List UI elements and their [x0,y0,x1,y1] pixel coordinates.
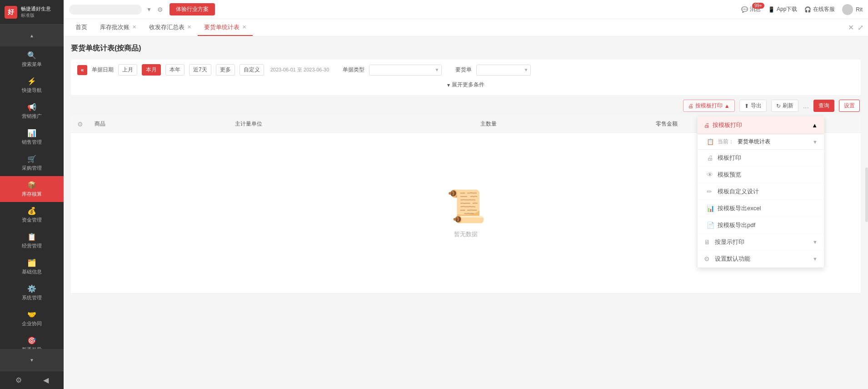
sidebar-item-system[interactable]: ⚙️ 系统管理 [0,280,64,306]
tab-close-all-icon[interactable]: ✕ [848,23,854,32]
date-btn-custom[interactable]: 自定义 [239,64,264,76]
dropdown-item-template-pdf[interactable]: 📄 按模板导出pdf [698,217,824,234]
dropdown-item-template-design[interactable]: ✏ 模板自定义设计 [698,183,824,200]
sidebar-item-guide[interactable]: 🎯 新手引导 [0,332,64,349]
sidebar-item-coop[interactable]: 🤝 企业协同 [0,306,64,332]
filter-row: « 单据日期 上月 本月 本年 近7天 更多 自定义 2023-06-01 至 … [77,64,854,76]
query-btn[interactable]: 查询 [813,100,834,112]
filter-collapse-btn[interactable]: « [77,65,87,75]
print-label: 按模板打印 [695,102,723,110]
tab-home[interactable]: 首页 [69,20,94,36]
sales-icon: 📊 [27,129,36,137]
dropdown-title-area: 🖨 按模板打印 [704,121,742,129]
tab-order-stats[interactable]: 要货单统计表 ✕ [198,20,253,36]
operation-icon: 📋 [27,232,36,241]
empty-text: 暂无数据 [454,230,478,238]
refresh-btn[interactable]: ↻ 刷新 [771,100,798,112]
order-type-select-wrapper: ▼ [476,65,531,76]
sidebar-item-basic[interactable]: 🗂️ 基础信息 [0,254,64,280]
date-btn-this-year[interactable]: 本年 [165,64,185,76]
display-print-icon: 🖥 [704,238,711,246]
coop-icon: 🤝 [27,310,36,319]
dropdown-item-template-excel[interactable]: 📊 按模板导出excel [698,200,824,217]
dropdown-item-template-preview[interactable]: 👁 模板预览 [698,167,824,183]
print-icon: 🖨 [688,103,693,109]
more-actions-btn[interactable]: ... [803,102,809,110]
tab-inventory-batch-label: 库存批次账 [100,23,130,31]
dropdown-header[interactable]: 🖨 按模板打印 ▲ [698,116,824,134]
sidebar-item-quick-nav[interactable]: ⚡ 快捷导航 [0,72,64,98]
print-template-btn[interactable]: 🖨 按模板打印 ▲ [683,100,735,112]
order-type-select[interactable] [476,65,531,76]
sidebar-scroll-down[interactable]: ▼ [27,351,36,369]
export-btn[interactable]: ⬆ 导出 [739,100,767,112]
table-toolbar: 🖨 按模板打印 ▲ ⬆ 导出 ↻ 刷新 ... 查询 设置 🖨 按模板打印 [71,100,861,112]
col-unit: 主计量单位 [229,116,475,133]
collapse-footer-icon[interactable]: ◀ [43,376,49,384]
expand-more-btn[interactable]: ▾ 展开更多条件 [443,79,489,91]
guide-icon: 🎯 [27,336,36,345]
tab-collection-summary-close[interactable]: ✕ [187,24,191,30]
col-product: 商品 [89,116,229,133]
sidebar-item-inventory[interactable]: 📦 库存核算 [0,176,64,202]
set-default-arrow: ▼ [813,256,818,262]
sidebar-item-label: 搜索菜单 [22,61,42,68]
tab-home-label: 首页 [75,23,87,31]
date-btn-last-month[interactable]: 上月 [118,64,137,76]
app-logo: 好 畅捷通好生意 标准版 [0,0,64,25]
topbar-gear-icon[interactable]: ⚙ [157,6,163,13]
sidebar-item-finance[interactable]: 💰 资金管理 [0,202,64,228]
date-btn-7days[interactable]: 近7天 [189,64,211,76]
settings-btn[interactable]: 设置 [839,100,860,112]
type-select[interactable] [369,65,442,76]
refresh-label: 刷新 [783,102,793,110]
dropdown-item-display-print[interactable]: 🖥 按显示打印 ▼ [698,234,824,251]
current-template-icon: 📋 [707,138,714,145]
column-settings-icon[interactable]: ⚙ [77,121,83,128]
template-design-label: 模板自定义设计 [718,187,759,196]
sidebar-item-label: 系统管理 [22,294,42,301]
search-dropdown-icon[interactable]: ▼ [146,6,152,13]
date-btn-more[interactable]: 更多 [216,64,235,76]
current-template-arrow[interactable]: ▼ [813,139,818,145]
tab-order-stats-label: 要货单统计表 [204,23,239,31]
sidebar-item-search[interactable]: 🔍 搜索菜单 [0,46,64,72]
display-print-label: 按显示打印 [715,238,744,246]
finance-icon: 💰 [27,207,36,215]
export-label: 导出 [751,102,762,110]
sidebar-item-sales[interactable]: 📊 销售管理 [0,124,64,150]
sidebar-item-marketing[interactable]: 📢 营销推广 [0,98,64,124]
quick-nav-icon: ⚡ [27,77,36,86]
trial-button[interactable]: 体验行业方案 [170,3,215,15]
tab-collection-summary[interactable]: 收发存汇总表 ✕ [143,20,198,36]
sidebar-scroll-up[interactable]: ▲ [27,26,36,45]
scrollbar-thumb[interactable] [865,167,868,222]
online-service-item[interactable]: 🎧 在线客服 [804,5,835,13]
print-dropdown-arrow[interactable]: ▲ [724,103,730,109]
app-name: 畅捷通好生意 [21,5,51,12]
app-version: 标准版 [21,12,51,19]
dropdown-close-arrow[interactable]: ▲ [812,122,818,129]
sidebar-item-label: 企业协同 [22,320,42,327]
tab-inventory-batch[interactable]: 库存批次账 ✕ [94,20,143,36]
search-input[interactable] [69,5,142,15]
user-area[interactable]: Rit [842,4,863,15]
tab-expand-icon[interactable]: ⤢ [858,23,863,32]
display-print-arrow: ▼ [813,239,818,245]
dropdown-item-set-default[interactable]: ⚙ 设置默认功能 ▼ [698,251,824,268]
sidebar-item-operation[interactable]: 📋 经营管理 [0,228,64,254]
sidebar-nav: 🔍 搜索菜单 ⚡ 快捷导航 📢 营销推广 📊 销售管理 🛒 采购管理 📦 库存核… [0,46,64,349]
purchase-icon: 🛒 [27,155,36,163]
message-item[interactable]: 💬 消息 99+ [741,5,761,13]
tab-order-stats-close[interactable]: ✕ [242,24,246,30]
tab-inventory-batch-close[interactable]: ✕ [132,24,136,30]
online-service-label: 在线客服 [813,5,835,13]
sidebar-item-label: 库存核算 [22,191,42,197]
dropdown-item-template-print[interactable]: 🖨 模板打印 [698,150,824,167]
date-btn-this-month[interactable]: 本月 [142,64,161,76]
app-download-item[interactable]: 📱 App下载 [768,5,797,13]
page-title: 要货单统计表(按商品) [71,44,861,53]
sidebar-item-purchase[interactable]: 🛒 采购管理 [0,150,64,176]
settings-footer-icon[interactable]: ⚙ [15,376,22,384]
dropdown-printer-icon: 🖨 [704,122,710,129]
